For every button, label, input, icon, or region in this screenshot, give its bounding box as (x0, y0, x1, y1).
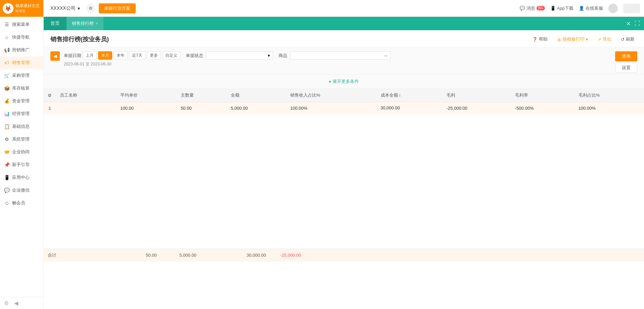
trial-button[interactable]: 体验行业方案 (99, 3, 136, 13)
sidebar-item-label: 企业微信 (12, 187, 30, 193)
tab-label: 销售排行榜 (72, 20, 94, 27)
expand-label: 展开更多条件 (333, 79, 359, 85)
sidebar: 🦊 畅康通好生意 标准版 ☰ 搜索菜单 ⌂ 快捷导航 📢 营销推广 🏷 销售管理… (0, 0, 44, 309)
th-amount: 全额 (227, 89, 286, 102)
date-more-button[interactable]: 更多 (147, 51, 161, 60)
date-buttons-row: 单据日期 上月 本月 本年 近7天 更多 自定义 (64, 51, 180, 60)
tab-sales-ranking[interactable]: 销售排行榜 × (67, 17, 103, 30)
user-avatar[interactable] (608, 4, 618, 13)
sidebar-item-search[interactable]: ☰ 搜索菜单 (0, 18, 43, 31)
goods-filter-group: 商品 ··· (278, 51, 391, 60)
help-icon: ❓ (532, 37, 538, 42)
sidebar-bottom: ⚙ ◀ (0, 297, 43, 309)
download-icon: 📱 (550, 6, 556, 11)
logo-name: 畅康通好生意 (15, 3, 40, 9)
guide-icon: 📌 (4, 162, 9, 167)
gear-button[interactable]: ⚙ (86, 4, 95, 13)
msg-label: 消息 (526, 5, 535, 11)
app-download-button[interactable]: 📱 App下载 (550, 5, 573, 11)
export-button[interactable]: ↗ 导出 (595, 35, 614, 44)
sidebar-item-appcenter[interactable]: 📱 应用中心 (0, 171, 43, 184)
tab-close-all-icon[interactable]: ✕ (625, 19, 632, 28)
sidebar-item-finance[interactable]: 💰 资金管理 (0, 95, 43, 107)
footer-cost: 30,000.00 (243, 253, 276, 258)
date-this-month-button[interactable]: 本月 (98, 51, 112, 60)
footer-total-label: 合计 (48, 253, 56, 258)
sidebar-item-wechat[interactable]: 💬 企业微信 (0, 184, 43, 197)
sidebar-item-system[interactable]: ⚙ 系统管理 (0, 133, 43, 146)
th-profit-rate: 毛利率 (511, 89, 574, 102)
sidebar-item-label: 营销推广 (12, 47, 30, 53)
company-name: XXXXX公司 (50, 5, 76, 11)
date-custom-button[interactable]: 自定义 (162, 51, 180, 60)
marketing-icon: 📢 (4, 47, 9, 53)
sidebar-item-basic-info[interactable]: 📋 基础信息 (0, 120, 43, 133)
sidebar-item-member[interactable]: ◇ 畅会员 (0, 197, 43, 209)
filter-action-buttons: 查询 设置 (615, 51, 637, 73)
sidebar-item-guide[interactable]: 📌 新手引导 (0, 158, 43, 171)
sidebar-item-quicknav[interactable]: ⌂ 快捷导航 (0, 31, 43, 44)
company-selector[interactable]: XXXXX公司 ▾ (48, 4, 83, 13)
inventory-icon: 📦 (4, 86, 9, 91)
th-name: 员工名称 (56, 89, 116, 102)
sidebar-item-label: 应用中心 (12, 174, 30, 181)
goods-filter-label: 商品 (278, 53, 287, 59)
finance-icon: 💰 (4, 98, 9, 104)
expand-icon: ▾ (329, 79, 331, 84)
data-table: ⚙ 员工名称 平均单价 主数量 全额 销售收入占比% 成本全额 ℹ 毛利 毛利率… (44, 89, 644, 114)
expand-conditions-button[interactable]: ▾ 展开更多条件 (329, 76, 359, 87)
collapse-sidebar-icon[interactable]: ◀ (14, 300, 18, 306)
th-settings[interactable]: ⚙ (44, 89, 56, 102)
service-icon: 👤 (579, 6, 584, 11)
collapse-filter-button[interactable]: ◀ (50, 51, 60, 61)
chevron-down-icon: ▾ (78, 6, 80, 11)
td-index: 1 (44, 102, 56, 114)
template-print-button[interactable]: 🖨 按模板打印 ▾ (554, 35, 591, 44)
online-service-button[interactable]: 👤 在线客服 (579, 5, 603, 11)
page-container: 销售排行榜(按业务员) ❓ 帮助 🖨 按模板打印 ▾ ↗ 导出 (44, 30, 644, 309)
sidebar-item-marketing[interactable]: 📢 营销推广 (0, 44, 43, 56)
settings-icon[interactable]: ⚙ (4, 300, 9, 306)
query-button[interactable]: 查询 (615, 51, 637, 61)
sidebar-item-sales[interactable]: 🏷 销售管理 (0, 56, 43, 69)
tab-home[interactable]: 首页 (44, 17, 67, 30)
sidebar-item-collab[interactable]: 🤝 企业协同 (0, 146, 43, 158)
messages-button[interactable]: 💬 消息 99+ (520, 5, 545, 11)
refresh-button[interactable]: ↺ 刷新 (618, 35, 637, 44)
date-range-display: 2023-06-01 至 2023-06-30 (64, 61, 180, 67)
sidebar-item-label: 畅会员 (12, 200, 25, 206)
date-prev-month-button[interactable]: 上月 (83, 51, 97, 60)
status-dropdown-icon: ▾ (268, 53, 270, 58)
page-actions: ❓ 帮助 🖨 按模板打印 ▾ ↗ 导出 ↺ 刷新 (529, 35, 637, 44)
td-name (56, 102, 116, 114)
help-button[interactable]: ❓ 帮助 (529, 35, 550, 44)
sidebar-item-inventory[interactable]: 📦 库存核算 (0, 82, 43, 95)
table-header-row: ⚙ 员工名称 平均单价 主数量 全额 销售收入占比% 成本全额 ℹ 毛利 毛利率… (44, 89, 644, 102)
tab-expand-icon[interactable]: ⛶ (633, 19, 641, 28)
status-filter-group: 单据状态 ▾ (186, 51, 273, 60)
sidebar-item-purchase[interactable]: 🛒 采购管理 (0, 69, 43, 82)
tab-home-label: 首页 (50, 20, 60, 27)
appcenter-icon: 📱 (4, 175, 9, 180)
tab-close-icon[interactable]: × (96, 21, 98, 26)
sidebar-item-label: 采购管理 (12, 72, 30, 79)
sidebar-item-label: 搜索菜单 (12, 21, 30, 28)
date-this-year-button[interactable]: 本年 (114, 51, 128, 60)
sidebar-item-label: 快捷导航 (12, 34, 30, 40)
operations-icon: 📊 (4, 111, 9, 116)
status-select[interactable]: ▾ (206, 51, 273, 60)
cost-info-icon: ℹ (399, 93, 400, 98)
settings-button[interactable]: 设置 (615, 63, 637, 73)
sidebar-item-operations[interactable]: 📊 经营管理 (0, 107, 43, 120)
sidebar-item-label: 资金管理 (12, 98, 30, 104)
collab-icon: 🤝 (4, 149, 9, 155)
header-right: 💬 消息 99+ 📱 App下载 👤 在线客服 (520, 4, 640, 13)
msg-badge: 99+ (536, 6, 545, 10)
online-service-label: 在线客服 (586, 5, 603, 11)
date-7days-button[interactable]: 近7天 (129, 51, 145, 60)
sidebar-item-label: 库存核算 (12, 85, 30, 91)
footer-label: 合计 (48, 252, 115, 258)
top-header: XXXXX公司 ▾ ⚙ 体验行业方案 💬 消息 99+ 📱 App下载 👤 在线… (44, 0, 644, 17)
td-avg-price: 100.00 (116, 102, 177, 114)
goods-input[interactable]: ··· (290, 51, 391, 60)
